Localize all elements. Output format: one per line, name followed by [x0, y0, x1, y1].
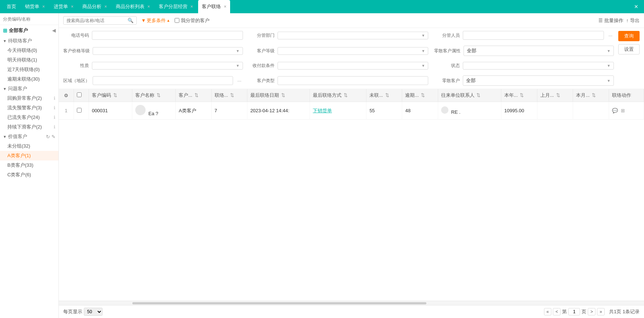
- settings-button[interactable]: 设置: [618, 44, 640, 54]
- next-page-btn[interactable]: >: [588, 308, 595, 315]
- col-action: 联络动作: [609, 89, 644, 102]
- filter-cell-price-level: 客户价格等级 ▼: [63, 47, 243, 55]
- nav-customer-contact[interactable]: 客户联络 ×: [198, 0, 230, 13]
- region-dots[interactable]: ···: [236, 78, 243, 84]
- dept-select[interactable]: ▼: [278, 32, 429, 39]
- status-select[interactable]: ▼: [463, 62, 614, 70]
- col-code[interactable]: 客户编码 ⇅: [89, 89, 132, 102]
- row-name: Ea ?: [132, 102, 176, 120]
- phone-input[interactable]: [92, 31, 243, 40]
- sidebar-search-input[interactable]: [3, 17, 58, 22]
- total-info: 共1页 1条记录: [609, 308, 640, 315]
- filter-cell-customer-type: 客户类型: [249, 76, 429, 85]
- edit-icon[interactable]: ✎: [51, 134, 56, 139]
- manager-input[interactable]: [463, 31, 604, 40]
- nature-select[interactable]: ▼: [92, 62, 243, 70]
- col-this-month[interactable]: 本月... ⇅: [573, 89, 609, 102]
- sidebar-item-lapsed[interactable]: 已流失客户(24) ℹ: [0, 113, 58, 122]
- nav-purchase[interactable]: 进货单 ×: [50, 0, 77, 13]
- prev-page-btn[interactable]: <: [553, 308, 561, 315]
- filter-icon: ▼: [141, 18, 146, 23]
- last-page-btn[interactable]: »: [597, 308, 605, 315]
- more-filter-btn[interactable]: ▼ 更多条件 ▲: [141, 17, 170, 24]
- col-uncontacted[interactable]: 未联... ⇅: [366, 89, 402, 102]
- search-button[interactable]: 查询: [618, 31, 640, 41]
- sidebar-item-repurchase[interactable]: 回购异常客户(2) ℹ: [0, 93, 58, 103]
- nav-analysis[interactable]: 商品分析 ×: [79, 0, 111, 13]
- sidebar-all-customers[interactable]: ⊞ 全部客户 ◀: [0, 25, 58, 36]
- region-input[interactable]: [93, 76, 233, 85]
- payment-select[interactable]: ▼: [278, 62, 429, 70]
- filter-search-icon[interactable]: 🔍: [128, 18, 133, 23]
- col-settings[interactable]: ⚙: [59, 89, 74, 102]
- col-last-contact-date[interactable]: 最后联络日期 ⇅: [247, 89, 310, 102]
- scatter-attr-select[interactable]: 全部 ▼: [464, 46, 614, 56]
- batch-op-button[interactable]: ☰ 批量操作: [598, 17, 623, 24]
- price-level-select[interactable]: ▼: [93, 47, 243, 55]
- horizontal-scrollbar[interactable]: [59, 301, 644, 305]
- sort-code-icon: ⇅: [113, 92, 117, 98]
- nav-analysis-list[interactable]: 商品分析列表 ×: [112, 0, 154, 13]
- chat-icon[interactable]: 💬: [612, 108, 618, 113]
- col-this-year[interactable]: 本年... ⇅: [501, 89, 537, 102]
- nav-close-all[interactable]: ×: [631, 3, 641, 11]
- nav-sales[interactable]: 销货单 ×: [21, 0, 49, 13]
- col-type[interactable]: 客户... ⇅: [176, 89, 211, 102]
- sidebar-pending-group[interactable]: ▼ 待联络客户: [0, 36, 58, 46]
- col-name[interactable]: 客户名称 ⇅: [132, 89, 176, 102]
- customer-avatar: [135, 105, 146, 115]
- sidebar-item-a-class[interactable]: A类客户(1): [0, 151, 58, 160]
- last-method-link[interactable]: 下销货单: [313, 108, 332, 113]
- sidebar-item-declining[interactable]: 持续下滑客户(2) ℹ: [0, 122, 58, 132]
- customer-level-select[interactable]: ▼: [278, 47, 429, 55]
- row-uncontacted: 55: [366, 102, 402, 120]
- nav-purchase-close[interactable]: ×: [71, 4, 74, 9]
- filter-cell-status: 状态 ▼: [434, 62, 614, 70]
- sidebar-item-lapse-warning[interactable]: 流失预警客户(3) ℹ: [0, 103, 58, 113]
- sidebar-item-b-class[interactable]: B类客户(33): [0, 160, 58, 170]
- select-all-checkbox[interactable]: [77, 92, 82, 97]
- col-overdue[interactable]: 逾期... ⇅: [402, 89, 438, 102]
- nav-customer-segment-label: 客户分层经营: [159, 3, 187, 10]
- settings-icon[interactable]: ⚙: [64, 93, 68, 98]
- current-page-input[interactable]: [568, 308, 580, 315]
- col-last-contact-method[interactable]: 最后联络方式 ⇅: [310, 89, 366, 102]
- nav-sales-close[interactable]: ×: [42, 4, 45, 9]
- manager-dots[interactable]: ···: [607, 33, 614, 38]
- sort-overdue-icon: ⇅: [421, 92, 425, 98]
- col-contact[interactable]: 联络... ⇅: [211, 89, 247, 102]
- sidebar: 🔍 ⊞ 全部客户 ◀ ▼ 待联络客户 今天待联络(0) 明天待联络(1) 近7天…: [0, 13, 59, 318]
- filter-cell-region: 区域（地区） ···: [63, 76, 243, 85]
- scatter-attr-label: 零散客户属性: [434, 48, 461, 54]
- sidebar-value-group: ▼ 价值客户 ↻ ✎: [0, 132, 58, 141]
- qr-icon[interactable]: ⊞: [621, 108, 625, 113]
- sidebar-item-c-class[interactable]: C类客户(6): [0, 170, 58, 180]
- nav-customer-segment[interactable]: 客户分层经营 ×: [155, 0, 197, 13]
- customer-name: Ea ?: [149, 111, 158, 116]
- col-last-month[interactable]: 上月... ⇅: [537, 89, 573, 102]
- sidebar-problem-group[interactable]: ▼ 问题客户: [0, 84, 58, 93]
- scatter-select[interactable]: 全部 ▼: [463, 75, 614, 86]
- nav-analysis-list-close[interactable]: ×: [147, 4, 150, 9]
- sidebar-item-today[interactable]: 今天待联络(0): [0, 46, 58, 55]
- filter-search-input[interactable]: [67, 18, 126, 23]
- my-customers-toggle[interactable]: 我分管的客户: [175, 17, 210, 24]
- refresh-icon[interactable]: ↻: [46, 134, 50, 139]
- sort-date-icon: ⇅: [281, 92, 285, 98]
- my-customers-checkbox[interactable]: [175, 18, 179, 23]
- export-button[interactable]: ↑ 导出: [626, 17, 640, 24]
- row-select-checkbox[interactable]: [77, 108, 82, 113]
- first-page-btn[interactable]: «: [544, 308, 552, 315]
- col-contact-person[interactable]: 往来单位联系人 ⇅: [438, 89, 501, 102]
- sidebar-item-ungrouped[interactable]: 未分组(32): [0, 141, 58, 151]
- customer-type-input[interactable]: [278, 76, 429, 85]
- sidebar-item-overdue[interactable]: 逾期未联络(30): [0, 74, 58, 84]
- row-checkbox: [74, 102, 89, 120]
- nav-customer-contact-close[interactable]: ×: [224, 4, 226, 9]
- sidebar-item-7days[interactable]: 近7天待联络(0): [0, 65, 58, 74]
- nav-home[interactable]: 首页: [3, 0, 20, 13]
- sidebar-item-tomorrow[interactable]: 明天待联络(1): [0, 55, 58, 65]
- page-size-select[interactable]: 50 100 200: [84, 308, 103, 316]
- nav-analysis-close[interactable]: ×: [104, 4, 107, 9]
- nav-customer-segment-close[interactable]: ×: [190, 4, 193, 9]
